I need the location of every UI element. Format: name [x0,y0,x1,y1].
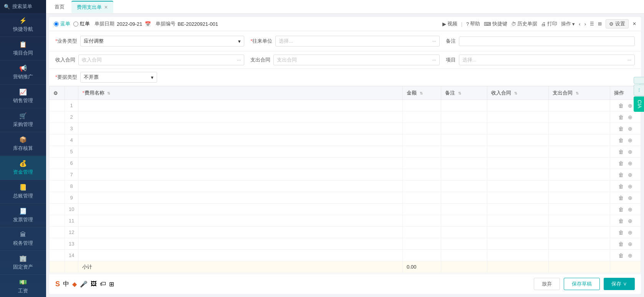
remark-header[interactable]: 备注 ⇅ [441,86,487,100]
delete-btn-3[interactable]: 🗑 [617,125,625,133]
expense-name-cell-14[interactable] [78,250,403,261]
save-button[interactable]: 保存 ∨ [604,278,635,290]
blue-bill-radio[interactable]: 蓝单 [54,20,70,27]
copy-btn-7[interactable]: ⊕ [626,171,634,179]
income-contract-cell-12[interactable] [487,227,549,238]
attachment-tab[interactable]: 附件 [634,77,644,84]
blue-radio-input[interactable] [54,22,59,27]
income-contract-cell-2[interactable] [487,111,549,123]
income-contract-cell-4[interactable] [487,134,549,146]
remark-cell-7[interactable] [441,169,487,181]
income-contract-header[interactable]: 收入合同 ⇅ [487,86,549,100]
settings-button[interactable]: ⚙ 设置 [606,19,629,28]
copy-btn-1[interactable]: ⊕ [626,102,634,110]
sidebar-item-inventory[interactable]: 📦 库存核算 [0,132,46,156]
sidebar-item-project-contract[interactable]: 📋 项目合同 [0,37,46,61]
income-contract-cell-9[interactable] [487,192,549,204]
sidebar-item-sales-mgmt[interactable]: 📈 销售管理 [0,85,46,108]
income-contract-cell-1[interactable] [487,100,549,111]
delete-btn-2[interactable]: 🗑 [617,113,625,121]
tab-expense[interactable]: 费用支出单 ✕ [71,1,113,13]
amount-cell-14[interactable] [403,250,441,261]
expense-contract-cell-9[interactable] [549,192,610,204]
remark-cell-9[interactable] [441,192,487,204]
remark-cell-13[interactable] [441,238,487,250]
amount-cell-12[interactable] [403,227,441,238]
expense-contract-cell-8[interactable] [549,181,610,192]
expense-contract-cell-4[interactable] [549,134,610,146]
remark-cell-12[interactable] [441,227,487,238]
calendar-icon[interactable]: 📅 [145,21,151,27]
remark-cell-8[interactable] [441,181,487,192]
chinese-icon[interactable]: 中 [63,280,69,288]
expense-contract-cell-14[interactable] [549,250,610,261]
close-btn[interactable]: ✕ [632,21,636,27]
history-btn[interactable]: ⏱ 历史单据 [511,20,537,27]
image-icon[interactable]: 🖼 [91,280,97,287]
more-tab[interactable]: ··· [634,85,644,96]
delete-btn-13[interactable]: 🗑 [617,240,625,248]
sidebar-item-invoice[interactable]: 🧾 发票管理 [0,204,46,227]
income-contract-cell-5[interactable] [487,146,549,158]
amount-cell-13[interactable] [403,238,441,250]
copy-btn-13[interactable]: ⊕ [626,240,634,248]
remark-cell-1[interactable] [441,100,487,111]
delete-btn-1[interactable]: 🗑 [617,102,625,110]
copy-btn-3[interactable]: ⊕ [626,125,634,133]
delete-btn-11[interactable]: 🗑 [617,217,625,225]
expense-name-cell-3[interactable] [78,123,403,134]
amount-cell-2[interactable] [403,111,441,123]
expense-contract-cell-5[interactable] [549,146,610,158]
sidebar-search[interactable]: 🔍 搜索菜单 [0,0,46,13]
expense-contract-input[interactable]: 支出合同 ··· [273,55,439,65]
sidebar-item-marketing[interactable]: 📢 营销推广 [0,61,46,85]
copy-btn-9[interactable]: ⊕ [626,194,634,202]
income-contract-cell-11[interactable] [487,215,549,227]
income-contract-cell-7[interactable] [487,169,549,181]
copy-btn-6[interactable]: ⊕ [626,159,634,167]
income-contract-cell-6[interactable] [487,158,549,169]
sidebar-item-payroll[interactable]: 💵 工资 [0,275,46,297]
expense-name-cell-4[interactable] [78,134,403,146]
cia-tab[interactable]: CIA [634,96,644,112]
expense-contract-header[interactable]: 支出合同 ⇅ [549,86,610,100]
expense-name-cell-6[interactable] [78,158,403,169]
copy-btn-10[interactable]: ⊕ [626,206,634,213]
expense-name-cell-9[interactable] [78,192,403,204]
expense-contract-cell-7[interactable] [549,169,610,181]
income-contract-cell-14[interactable] [487,250,549,261]
nav-prev-btn[interactable]: ‹ [579,21,580,27]
delete-btn-14[interactable]: 🗑 [617,252,625,259]
expense-name-cell-12[interactable] [78,227,403,238]
amount-cell-8[interactable] [403,181,441,192]
action-btn[interactable]: 操作 ▾ [561,20,575,27]
business-type-select[interactable]: 应付调整 ▾ [80,36,244,46]
expense-name-cell-8[interactable] [78,181,403,192]
save-draft-button[interactable]: 保存草稿 [564,278,600,290]
delete-btn-6[interactable]: 🗑 [617,159,625,167]
sidebar-item-tax[interactable]: 🏛 税务管理 [0,227,46,251]
tag-icon[interactable]: 🏷 [100,280,106,287]
remark-cell-3[interactable] [441,123,487,134]
copy-btn-2[interactable]: ⊕ [626,113,634,121]
nav-next-btn[interactable]: › [584,21,586,27]
income-contract-cell-3[interactable] [487,123,549,134]
remark-cell-11[interactable] [441,215,487,227]
help-btn[interactable]: ? 帮助 [466,20,480,27]
red-radio-input[interactable] [73,22,78,27]
delete-btn-10[interactable]: 🗑 [617,206,625,213]
amount-cell-3[interactable] [403,123,441,134]
amount-cell-7[interactable] [403,169,441,181]
print-btn[interactable]: 🖨 打印 [541,20,557,27]
delete-btn-12[interactable]: 🗑 [617,229,625,236]
tab-home[interactable]: 首页 [49,1,70,13]
income-contract-input[interactable]: 收入合同 ··· [78,55,244,65]
diamond-icon[interactable]: ◆ [72,280,77,288]
amount-header[interactable]: 金额 ⇅ [403,86,441,100]
copy-btn-4[interactable]: ⊕ [626,136,634,144]
layout-btn1[interactable]: ☰ [590,21,594,27]
amount-cell-6[interactable] [403,158,441,169]
sidebar-item-capital-mgmt[interactable]: 💰 资金管理 [0,156,46,180]
project-input[interactable]: 选择... ··· [459,55,635,65]
expense-name-cell-10[interactable] [78,204,403,215]
